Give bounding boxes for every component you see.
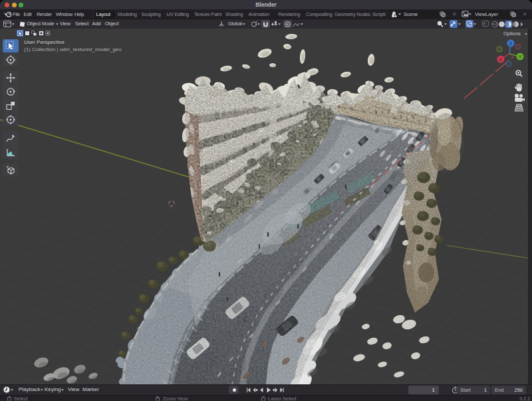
svg-text:Z: Z	[509, 41, 513, 46]
svg-text:X: X	[499, 57, 503, 62]
svg-text:Y: Y	[519, 55, 522, 59]
